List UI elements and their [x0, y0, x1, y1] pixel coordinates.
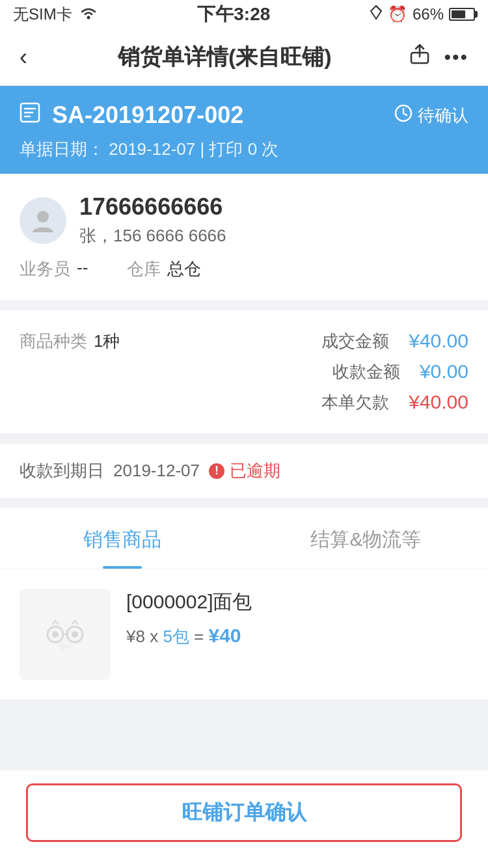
staff-label: 业务员	[20, 258, 70, 280]
svg-point-0	[87, 16, 90, 20]
summary-card: 商品种类 1种 成交金额 ¥40.00 收款金额 ¥0.00 本单欠款 ¥40.…	[0, 310, 488, 433]
status-bar: 无SIM卡 下午3:28 ⏰ 66%	[0, 0, 488, 29]
debt-value: ¥40.00	[409, 391, 468, 414]
clock-icon	[394, 104, 413, 127]
order-date: 单据日期： 2019-12-07 | 打印 0 次	[20, 138, 468, 161]
confirm-button[interactable]: 旺铺订单确认	[26, 783, 462, 842]
tab-products[interactable]: 销售商品	[0, 508, 244, 569]
status-left: 无SIM卡	[13, 4, 98, 25]
more-button[interactable]: •••	[444, 46, 468, 68]
product-item: 管+ [0000002]面包 ¥8 x 5包 = ¥40	[20, 569, 468, 680]
battery-icon	[449, 8, 475, 21]
wifi-icon	[79, 5, 98, 23]
tab-settlement[interactable]: 结算&物流等	[244, 508, 488, 569]
carrier-text: 无SIM卡	[13, 4, 72, 25]
overdue-badge: ! 已逾期	[209, 459, 280, 482]
order-icon	[20, 102, 43, 129]
staff-value: --	[77, 258, 88, 280]
product-price: ¥8 x 5包 = ¥40	[126, 625, 468, 648]
svg-point-7	[52, 631, 59, 638]
page-title: 销货单详情(来自旺铺)	[40, 42, 409, 72]
product-thumbnail: 管+	[20, 589, 111, 680]
customer-card: 17666666666 张，156 6666 6666 业务员 -- 仓库 总仓	[0, 174, 488, 300]
amount-value: ¥40.00	[409, 330, 468, 353]
location-icon	[370, 5, 383, 24]
status-right: ⏰ 66%	[370, 5, 475, 24]
back-button[interactable]: ‹	[20, 37, 40, 77]
overdue-dot-icon: !	[209, 463, 224, 479]
status-time: 下午3:28	[197, 2, 270, 27]
svg-text:管+: 管+	[60, 644, 70, 651]
product-section: 管+ [0000002]面包 ¥8 x 5包 = ¥40	[0, 569, 488, 699]
alarm-icon: ⏰	[388, 5, 407, 23]
order-header: SA-20191207-002 待确认 单据日期： 2019-12-07 | 打…	[0, 86, 488, 174]
product-name: [0000002]面包	[126, 589, 468, 616]
share-icon[interactable]	[409, 44, 431, 70]
bottom-bar: 旺铺订单确认	[0, 770, 488, 868]
due-date-value: 2019-12-07	[113, 461, 200, 481]
warehouse-value: 总仓	[167, 258, 201, 280]
amounts: 成交金额 ¥40.00 收款金额 ¥0.00 本单欠款 ¥40.00	[321, 330, 468, 414]
warehouse-label: 仓库	[127, 258, 161, 280]
received-value: ¥0.00	[420, 360, 468, 383]
due-date-card: 收款到期日 2019-12-07 ! 已逾期	[0, 444, 488, 498]
battery-text: 66%	[413, 5, 444, 23]
svg-point-8	[72, 631, 78, 638]
order-id: SA-20191207-002	[20, 102, 243, 129]
due-date-label: 收款到期日	[20, 459, 104, 482]
order-status: 待确认	[394, 104, 468, 127]
tabs-container: 销售商品 结算&物流等	[0, 508, 488, 569]
customer-name: 张，156 6666 6666	[79, 224, 226, 247]
product-info: [0000002]面包 ¥8 x 5包 = ¥40	[126, 589, 468, 648]
customer-avatar	[20, 197, 66, 244]
nav-actions: •••	[409, 44, 468, 70]
svg-point-4	[37, 211, 49, 223]
customer-meta: 业务员 -- 仓库 总仓	[20, 258, 468, 280]
customer-phone: 17666666666	[79, 193, 226, 221]
nav-bar: ‹ 销货单详情(来自旺铺) •••	[0, 29, 488, 86]
product-type: 商品种类 1种	[20, 330, 120, 353]
